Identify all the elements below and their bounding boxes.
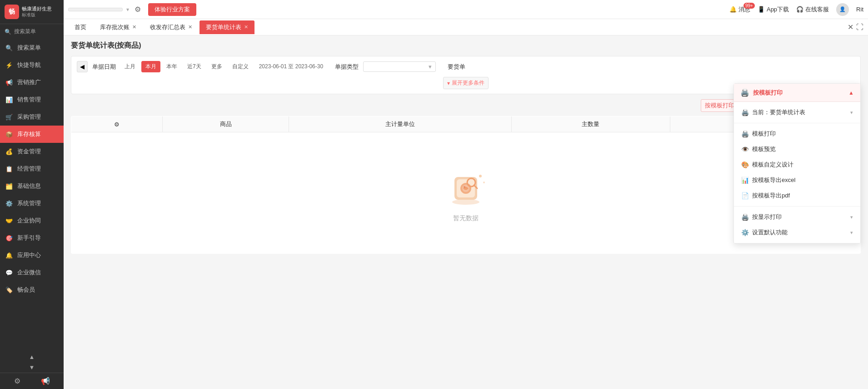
filter-toggle-btn[interactable]: ◀ (77, 61, 88, 72)
nav-icon-base: 🗂️ (5, 183, 14, 190)
sidebar-item-base[interactable]: 🗂️ 基础信息 (0, 177, 64, 195)
dropdown-header-left: 🖨️ 按模板打印 (740, 88, 783, 97)
trial-btn[interactable]: 体验行业方案 (148, 3, 196, 16)
scroll-down-btn[interactable]: ▼ (0, 362, 64, 373)
nav-label-member: 畅会员 (17, 286, 35, 294)
sidebar-item-guide[interactable]: 🎯 新手引导 (0, 229, 64, 247)
main-content: ▾ ⚙ 体验行业方案 🔔 消息 99+ 📱 App下载 🎧 在线客服 👤 Rit… (64, 0, 868, 389)
default-func-item[interactable]: ⚙️ 设置默认功能 ▾ (734, 225, 860, 240)
nav-label-purchase: 采购管理 (17, 113, 41, 121)
nav-icon-search: 🔍 (5, 45, 14, 51)
sidebar-item-sales[interactable]: 📊 销售管理 (0, 91, 64, 108)
empty-text: 暂无数据 (453, 214, 479, 222)
sidebar-item-appstore[interactable]: 🔔 应用中心 (0, 247, 64, 264)
col-header-unit: 主计量单位 (289, 116, 512, 132)
date-btn-year[interactable]: 本年 (162, 61, 181, 72)
date-btn-7days[interactable]: 近7天 (183, 61, 205, 72)
app-icon: 📱 (758, 6, 765, 13)
nav-search-input[interactable] (68, 8, 123, 11)
svg-point-5 (464, 186, 465, 188)
tab-order-summary[interactable]: 要货单统计表✕ (200, 20, 254, 34)
svg-point-0 (452, 199, 479, 205)
tab-label-inventory-batch: 库存批次账 (100, 23, 130, 31)
sidebar-item-search[interactable]: 🔍 搜索菜单 (0, 39, 64, 56)
dropdown-item-template-excel[interactable]: 📊 按模板导出excel (734, 172, 860, 188)
sidebar-search[interactable]: 🔍 搜索菜单 (0, 24, 64, 39)
filter-row: ◀ 单据日期 上月本月本年近7天更多自定义 2023-06-01 至 2023-… (77, 61, 855, 72)
sidebar-item-purchase[interactable]: 🛒 采购管理 (0, 108, 64, 126)
dropdown-current-item[interactable]: 🖨️ 当前：要货单统计表 ▾ (734, 105, 860, 120)
collapse-icon: ▾ (447, 80, 450, 86)
sidebar-item-finance[interactable]: 💰 资金管理 (0, 143, 64, 160)
service-btn[interactable]: 🎧 在线客服 (796, 5, 829, 14)
scroll-up-btn[interactable]: ▲ (0, 352, 64, 362)
logo-icon: 畅 (5, 5, 19, 19)
nav-icon-marketing: 📢 (5, 79, 14, 86)
date-range-text: 2023-06-01 至 2023-06-30 (259, 63, 323, 71)
default-func-label: 设置默认功能 (752, 228, 788, 237)
tab-receipt-summary[interactable]: 收发存汇总表✕ (144, 20, 199, 34)
dropdown-item-label-template-preview: 模板预览 (752, 145, 853, 153)
nav-label-quick-nav: 快捷导航 (17, 61, 41, 69)
date-btn-cur[interactable]: 本月 (141, 61, 160, 72)
dropdown-item-template-preview[interactable]: 👁️ 模板预览 (734, 141, 860, 157)
sidebar-item-system[interactable]: ⚙️ 系统管理 (0, 195, 64, 212)
sidebar-item-inventory[interactable]: 📦 库存核算 (0, 126, 64, 143)
display-print-left: 🖨️ 按显示打印 (741, 213, 782, 221)
nav-label-appstore: 应用中心 (17, 251, 41, 259)
dropdown-item-template-custom[interactable]: 🎨 模板自定义设计 (734, 157, 860, 172)
nav-icon-finance: 💰 (5, 148, 14, 155)
type-select[interactable]: ▾ (363, 61, 436, 72)
nav-icon-sales: 📊 (5, 96, 14, 103)
tab-label-home: 首页 (75, 23, 86, 31)
tab-close-btn[interactable]: ✕ (848, 23, 853, 31)
print-btn[interactable]: 按模板打印 (701, 99, 738, 112)
expand-btn[interactable]: ▾ 展开更多条件 (443, 77, 489, 89)
sidebar-item-member[interactable]: 🏷️ 畅会员 (0, 281, 64, 298)
current-template-caret-icon: ▾ (850, 110, 853, 116)
sidebar-item-enterprise[interactable]: 🤝 企业协同 (0, 212, 64, 229)
sidebar-item-marketing[interactable]: 📢 营销推广 (0, 74, 64, 91)
dropdown-item-icon-template-print: 🖨️ (741, 130, 748, 137)
app-download-btn[interactable]: 📱 App下载 (758, 5, 789, 14)
dropdown-item-icon-template-excel: 📊 (741, 177, 748, 184)
nav-icon-operation: 📋 (5, 166, 14, 172)
tab-home[interactable]: 首页 (68, 20, 93, 34)
nav-icon-purchase: 🛒 (5, 114, 14, 121)
search-label: 搜索菜单 (14, 28, 36, 35)
sidebar-item-quick-nav[interactable]: ⚡ 快捷导航 (0, 56, 64, 74)
display-print-caret-icon: ▾ (850, 214, 853, 220)
username-label: Rit (856, 6, 863, 13)
tab-label-order-summary: 要货单统计表 (206, 23, 241, 31)
sidebar-item-wechat[interactable]: 💬 企业微信 (0, 264, 64, 281)
display-print-item[interactable]: 🖨️ 按显示打印 ▾ (734, 209, 860, 225)
topbar-settings-icon[interactable]: ⚙ (135, 5, 141, 14)
tab-close-order-summary[interactable]: ✕ (244, 24, 248, 30)
dropdown-item-template-pdf[interactable]: 📄 按模板导出pdf (734, 188, 860, 203)
date-btn-custom[interactable]: 自定义 (228, 61, 253, 72)
dropdown-item-template-print[interactable]: 🖨️ 模板打印 (734, 126, 860, 141)
speaker-icon[interactable]: 📢 (41, 377, 50, 385)
tab-inventory-batch[interactable]: 库存批次账✕ (94, 20, 143, 34)
dropdown-current-section: 🖨️ 当前：要货单统计表 ▾ (734, 102, 860, 123)
printer-icon: 🖨️ (740, 88, 749, 97)
dropdown-header[interactable]: 🖨️ 按模板打印 ▲ (734, 84, 860, 102)
date-btn-prev[interactable]: 上月 (120, 61, 140, 72)
display-print-icon: 🖨️ (741, 213, 748, 221)
tab-close-receipt-summary[interactable]: ✕ (188, 24, 192, 30)
avatar[interactable]: 👤 (836, 3, 849, 16)
svg-point-8 (479, 175, 482, 177)
tab-maximize-btn[interactable]: ⛶ (856, 23, 863, 31)
tab-close-inventory-batch[interactable]: ✕ (132, 24, 136, 30)
nav-label-system: 系统管理 (17, 199, 41, 207)
col-header-settings[interactable]: ⚙ (71, 116, 163, 132)
type-select-caret-icon: ▾ (429, 63, 432, 70)
date-btn-more[interactable]: 更多 (207, 61, 226, 72)
nav-label-wechat: 企业微信 (17, 268, 41, 277)
dropdown-item-label-template-custom: 模板自定义设计 (752, 161, 853, 169)
nav-icon-member: 🏷️ (5, 287, 14, 293)
settings-icon[interactable]: ⚙ (14, 377, 20, 385)
dropdown-caret-icon[interactable]: ▾ (126, 6, 129, 13)
sidebar-item-operation[interactable]: 📋 经营管理 (0, 160, 64, 177)
msg-btn[interactable]: 🔔 消息 99+ (729, 5, 750, 14)
